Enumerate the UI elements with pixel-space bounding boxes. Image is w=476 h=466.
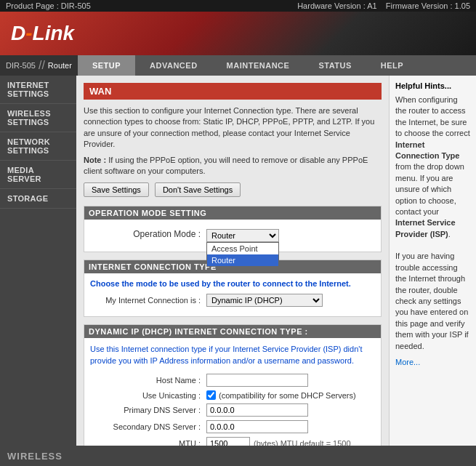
unicasting-label: Use Unicasting : bbox=[90, 391, 206, 400]
wan-note: Note : If using the PPPoE option, you wi… bbox=[84, 155, 382, 177]
hints-text: When configuring the router to access th… bbox=[395, 95, 470, 352]
sidebar-item-network[interactable]: NETWORK SETTINGS bbox=[0, 132, 76, 161]
dhcp-section: DYNAMIC IP (DHCP) INTERNET CONNECTION TY… bbox=[84, 324, 382, 446]
inet-description: Choose the mode to be used by the router… bbox=[90, 279, 375, 288]
operation-mode-row: Operation Mode : Access Point Router Acc… bbox=[90, 225, 375, 246]
sidebar-item-internet[interactable]: INTERNET SETTINGS bbox=[0, 76, 76, 104]
sidebar: INTERNET SETTINGS WIRELESS SETTINGS NETW… bbox=[0, 76, 76, 446]
breadcrumb-page: DIR-505 bbox=[6, 61, 36, 70]
hints-text3: . bbox=[448, 230, 451, 238]
product-label: Product Page : DIR-505 bbox=[6, 1, 91, 10]
unicasting-note: (compatibility for some DHCP Servers) bbox=[219, 391, 356, 400]
wan-header: WAN bbox=[84, 83, 382, 100]
hints-text1: When configuring the router to access th… bbox=[395, 95, 470, 137]
sidebar-item-media[interactable]: MEDIA SERVER bbox=[0, 161, 76, 189]
primary-dns-row: Primary DNS Server : bbox=[90, 403, 375, 417]
hints-title: Helpful Hints... bbox=[395, 81, 470, 90]
tab-help[interactable]: HELP bbox=[366, 55, 418, 76]
unicasting-checkbox[interactable] bbox=[206, 390, 216, 400]
header: D-Link bbox=[0, 12, 476, 55]
dropdown-item-access-point[interactable]: Access Point bbox=[207, 243, 278, 254]
hints-more-link[interactable]: More... bbox=[395, 358, 470, 366]
primary-dns-label: Primary DNS Server : bbox=[90, 406, 206, 414]
mtu-input[interactable] bbox=[206, 437, 250, 446]
note-label: Note : bbox=[84, 156, 106, 164]
operation-mode-select[interactable]: Access Point Router bbox=[206, 229, 279, 242]
save-settings-button[interactable]: Save Settings bbox=[84, 182, 149, 197]
breadcrumb-location: Router bbox=[48, 61, 72, 70]
unicasting-row: Use Unicasting : (compatibility for some… bbox=[90, 390, 375, 400]
host-name-input[interactable] bbox=[206, 374, 308, 387]
operation-mode-section: OPERATION MODE SETTING Operation Mode : … bbox=[84, 206, 382, 252]
operation-mode-dropdown-container: Access Point Router Access Point Router bbox=[206, 229, 279, 242]
note-text: If using the PPPoE option, you will need… bbox=[84, 156, 368, 175]
sidebar-item-wireless[interactable]: WIRELESS SETTINGS bbox=[0, 104, 76, 132]
hints-panel: Helpful Hints... When configuring the ro… bbox=[389, 76, 476, 446]
hints-bold1: Internet Connection Type bbox=[395, 140, 459, 160]
tab-maintenance[interactable]: MAINTENANCE bbox=[212, 55, 304, 76]
breadcrumb-separator: // bbox=[39, 59, 45, 72]
host-name-label: Host Name : bbox=[90, 376, 206, 385]
dhcp-header: DYNAMIC IP (DHCP) INTERNET CONNECTION TY… bbox=[84, 325, 381, 338]
dropdown-item-router[interactable]: Router bbox=[207, 254, 278, 266]
mtu-label: MTU : bbox=[90, 439, 206, 446]
tab-advanced[interactable]: ADVANCED bbox=[135, 55, 212, 76]
dropdown-open: Access Point Router bbox=[206, 242, 279, 267]
dhcp-description: Use this Internet connection type if you… bbox=[90, 344, 375, 366]
sidebar-item-storage[interactable]: STORAGE bbox=[0, 189, 76, 209]
breadcrumb: DIR-505 // Router bbox=[0, 55, 78, 76]
hints-text4: If you are having trouble accessing the … bbox=[395, 252, 469, 350]
mtu-row: MTU : (bytes) MTU default = 1500 bbox=[90, 437, 375, 446]
wireless-bar: WIRELESS bbox=[0, 446, 476, 466]
wan-buttons: Save Settings Don't Save Settings bbox=[84, 182, 382, 197]
secondary-dns-input[interactable] bbox=[206, 420, 308, 433]
main-layout: INTERNET SETTINGS WIRELESS SETTINGS NETW… bbox=[0, 76, 476, 446]
connection-type-select[interactable]: Dynamic IP (DHCP) Static IP PPPoE PPTP L… bbox=[206, 294, 323, 307]
nav-tabs: SETUP ADVANCED MAINTENANCE STATUS HELP bbox=[78, 55, 476, 76]
secondary-dns-row: Secondary DNS Server : bbox=[90, 420, 375, 433]
top-bar: Product Page : DIR-505 Hardware Version … bbox=[0, 0, 476, 12]
dlink-logo: D-Link bbox=[11, 22, 74, 45]
tab-setup[interactable]: SETUP bbox=[78, 55, 135, 76]
secondary-dns-label: Secondary DNS Server : bbox=[90, 422, 206, 431]
operation-mode-label: Operation Mode : bbox=[90, 229, 206, 239]
tab-status[interactable]: STATUS bbox=[304, 55, 366, 76]
hints-text2: from the drop down menu. If you are unsu… bbox=[395, 162, 464, 216]
connection-type-row: My Internet Connection is : Dynamic IP (… bbox=[90, 294, 375, 307]
nav-bar: DIR-505 // Router SETUP ADVANCED MAINTEN… bbox=[0, 55, 476, 76]
wan-description: Use this section to configure your Inter… bbox=[84, 105, 382, 150]
operation-mode-header: OPERATION MODE SETTING bbox=[84, 206, 381, 220]
version-info: Hardware Version : A1 Firmware Version :… bbox=[297, 1, 470, 10]
internet-connection-section: INTERNET CONNECTION TYPE Choose the mode… bbox=[84, 260, 382, 317]
host-name-row: Host Name : bbox=[90, 374, 375, 387]
mtu-note: (bytes) MTU default = 1500 bbox=[254, 439, 351, 446]
inet-body: Choose the mode to be used by the router… bbox=[84, 273, 381, 316]
content-area: WAN Use this section to configure your I… bbox=[76, 76, 389, 446]
connection-type-label: My Internet Connection is : bbox=[90, 296, 206, 305]
hints-bold2: Internet Service Provider (ISP) bbox=[395, 218, 456, 238]
primary-dns-input[interactable] bbox=[206, 403, 308, 417]
wireless-label: WIRELESS bbox=[7, 451, 62, 462]
dont-save-settings-button[interactable]: Don't Save Settings bbox=[155, 182, 241, 197]
dhcp-body: Use this Internet connection type if you… bbox=[84, 338, 381, 446]
